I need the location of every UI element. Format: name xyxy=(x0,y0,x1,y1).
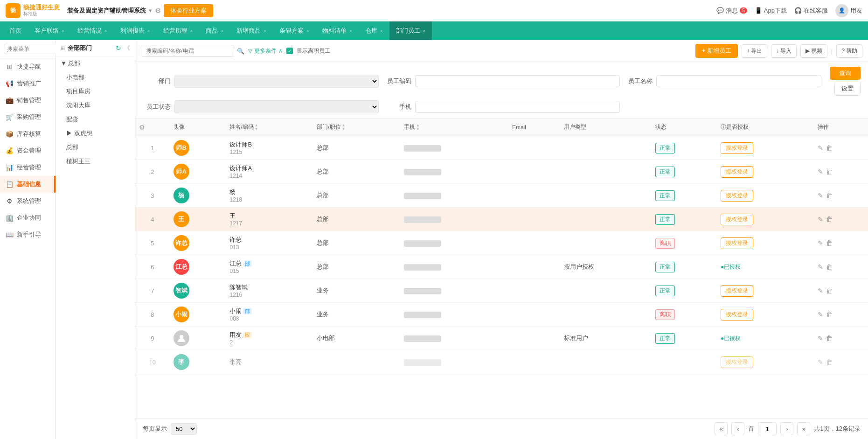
auth-login-button[interactable]: 授权登录 xyxy=(721,285,753,297)
edit-button[interactable]: ✎ xyxy=(818,358,823,366)
app-download-item[interactable]: 📱 App下载 xyxy=(755,7,787,15)
col-dept[interactable]: 部门/职位 ▲▼ xyxy=(313,118,400,136)
auth-login-button[interactable]: 授权登录 xyxy=(721,142,753,154)
tab-customer[interactable]: 客户联络 × xyxy=(28,21,71,40)
auth-login-button[interactable]: 授权登录 xyxy=(721,166,753,178)
auth-login-button[interactable]: 授权登录 xyxy=(721,237,753,249)
tab-profit-report[interactable]: 利润报告 × xyxy=(114,21,157,40)
message-item[interactable]: 💬 消息 5 xyxy=(716,7,747,15)
show-resigned-checkbox[interactable]: ✓ 显示离职员工 xyxy=(286,47,330,55)
tree-item-shenyang[interactable]: 沈阳大库 xyxy=(56,98,135,112)
more-filter-btn[interactable]: ▽ 更多条件 ∧ xyxy=(248,47,283,55)
delete-button[interactable]: 🗑 xyxy=(826,216,833,223)
emp-name-input[interactable] xyxy=(656,75,821,87)
close-icon[interactable]: × xyxy=(380,28,383,34)
sidebar-item-guide[interactable]: 📖 新手引导 xyxy=(0,226,56,243)
close-icon[interactable]: × xyxy=(349,28,352,34)
auth-login-button[interactable]: 授权登录 xyxy=(721,190,753,202)
delete-button[interactable]: 🗑 xyxy=(826,311,833,318)
edit-button[interactable]: ✎ xyxy=(818,334,823,342)
tree-refresh-icon[interactable]: ↻ xyxy=(116,44,121,52)
tab-barcode[interactable]: 条码方案 × xyxy=(273,21,316,40)
tab-dept-staff[interactable]: 部门员工 × xyxy=(389,21,432,40)
sidebar-item-quick-nav[interactable]: ⊞ 快捷导航 xyxy=(0,58,56,75)
sidebar-item-operation[interactable]: 📊 经营管理 xyxy=(0,159,56,176)
delete-button[interactable]: 🗑 xyxy=(826,287,833,294)
auth-login-button[interactable]: 授权登录 xyxy=(721,309,753,321)
delete-button[interactable]: 🗑 xyxy=(826,192,833,199)
settings-gear-icon[interactable]: ⚙ xyxy=(139,124,145,131)
sidebar-item-finance[interactable]: 💰 资金管理 xyxy=(0,142,56,159)
edit-button[interactable]: ✎ xyxy=(818,216,823,223)
emp-status-select[interactable] xyxy=(174,100,379,113)
per-page-select[interactable]: 50 100 xyxy=(171,423,197,435)
reset-button[interactable]: 设置 xyxy=(834,82,861,96)
tab-operation-history[interactable]: 经营历程 × xyxy=(157,21,200,40)
sidebar-item-sales[interactable]: 💼 销售管理 xyxy=(0,92,56,109)
trial-button[interactable]: 体验行业方案 xyxy=(164,4,213,17)
sidebar-search-area[interactable]: 🔍 xyxy=(0,40,56,58)
delete-button[interactable]: 🗑 xyxy=(826,168,833,175)
tree-collapse-icon[interactable]: 《 xyxy=(124,44,130,52)
tab-home[interactable]: 首页 xyxy=(3,21,28,40)
edit-button[interactable]: ✎ xyxy=(818,311,823,318)
prev-page-button[interactable]: ‹ xyxy=(731,422,744,435)
delete-button[interactable]: 🗑 xyxy=(826,358,833,366)
user-item[interactable]: 👤 用友 xyxy=(835,4,862,17)
tree-item-planting[interactable]: 植树王三 xyxy=(56,154,135,168)
page-number-input[interactable] xyxy=(758,422,777,435)
tree-item-head[interactable]: 总部 xyxy=(56,140,135,154)
sidebar-item-system[interactable]: ⚙ 系统管理 xyxy=(0,193,56,209)
edit-button[interactable]: ✎ xyxy=(818,239,823,247)
search-input[interactable] xyxy=(141,45,234,57)
tree-item-xiaodian[interactable]: 小电部 xyxy=(56,70,135,84)
close-icon[interactable]: × xyxy=(423,28,426,34)
sidebar-item-purchase[interactable]: 🛒 采购管理 xyxy=(0,109,56,125)
close-icon[interactable]: × xyxy=(62,28,64,34)
tab-goods[interactable]: 商品 × xyxy=(199,21,230,40)
tab-warehouse[interactable]: 仓库 × xyxy=(359,21,389,40)
first-page-button[interactable]: « xyxy=(715,422,728,435)
auth-login-button[interactable]: 授权登录 xyxy=(721,214,753,225)
add-employee-button[interactable]: + 新增员工 xyxy=(695,44,738,58)
tree-item-project[interactable]: 项目库房 xyxy=(56,84,135,98)
edit-button[interactable]: ✎ xyxy=(818,263,823,271)
last-page-button[interactable]: » xyxy=(797,422,810,435)
tree-item-shuanghu[interactable]: ▶ 双虎想 xyxy=(56,126,135,140)
tree-item-distribution[interactable]: 配货 xyxy=(56,112,135,126)
phone-input[interactable] xyxy=(415,101,619,113)
edit-button[interactable]: ✎ xyxy=(818,192,823,199)
video-button[interactable]: ▶ 视频 xyxy=(800,44,827,58)
tab-bom[interactable]: 物料清单 × xyxy=(316,21,359,40)
search-icon[interactable]: 🔍 xyxy=(237,48,244,55)
dropdown-arrow-icon[interactable]: ▾ xyxy=(149,7,152,14)
edit-button[interactable]: ✎ xyxy=(818,287,823,294)
settings-icon[interactable]: ⚙ xyxy=(155,7,161,15)
close-icon[interactable]: × xyxy=(147,28,150,34)
col-name-code[interactable]: 姓名/编码 ▲▼ xyxy=(226,118,313,136)
delete-button[interactable]: 🗑 xyxy=(826,334,833,342)
search-button[interactable]: 查询 xyxy=(830,67,861,80)
tab-add-goods[interactable]: 新增商品 × xyxy=(230,21,273,40)
sidebar-item-enterprise[interactable]: 🏢 企业协同 xyxy=(0,209,56,226)
sidebar-item-basic[interactable]: 📋 基础信息 xyxy=(0,176,56,193)
sidebar-item-marketing[interactable]: 📢 营销推广 xyxy=(0,75,56,92)
export-button[interactable]: ↑ 导出 xyxy=(742,44,767,58)
import-button[interactable]: ↓ 导入 xyxy=(771,44,797,58)
tree-item-all-dept[interactable]: ▼ 总部 xyxy=(56,56,135,70)
close-icon[interactable]: × xyxy=(104,28,107,34)
edit-button[interactable]: ✎ xyxy=(818,144,823,152)
delete-button[interactable]: 🗑 xyxy=(826,239,833,247)
close-icon[interactable]: × xyxy=(264,28,266,34)
col-phone[interactable]: 手机 ▲▼ xyxy=(400,118,508,136)
help-button[interactable]: ? 帮助 xyxy=(836,44,862,58)
emp-code-input[interactable] xyxy=(415,75,619,87)
delete-button[interactable]: 🗑 xyxy=(826,263,833,271)
close-icon[interactable]: × xyxy=(306,28,309,34)
online-service-item[interactable]: 🎧 在线客服 xyxy=(794,7,828,15)
next-page-button[interactable]: › xyxy=(780,422,793,435)
edit-button[interactable]: ✎ xyxy=(818,168,823,175)
close-icon[interactable]: × xyxy=(221,28,223,34)
auth-login-button[interactable]: 授权登录 xyxy=(721,356,753,368)
tab-operation-status[interactable]: 经营情况 × xyxy=(71,21,114,40)
